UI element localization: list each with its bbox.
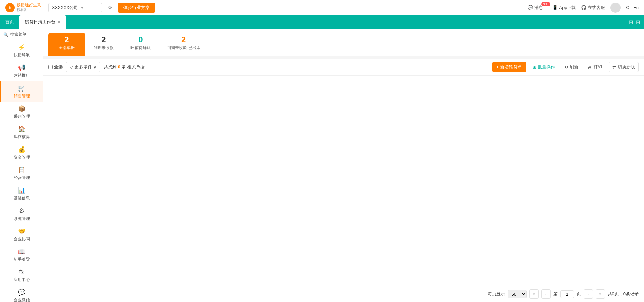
first-page-button[interactable]: «	[529, 289, 539, 299]
logo-icon: b	[5, 3, 15, 12]
avatar[interactable]	[610, 3, 621, 13]
stat-label-all: 全部单据	[59, 45, 75, 51]
online-service-label: 在线客服	[588, 5, 605, 11]
stat-tab-overdue[interactable]: 2 到期未收款	[85, 33, 122, 56]
last-page-button[interactable]: »	[596, 289, 605, 299]
sidebar-search[interactable]: 🔍 搜索菜单	[0, 29, 43, 40]
per-page-label: 每页显示	[488, 291, 505, 297]
finance-icon: 💰	[18, 146, 25, 153]
sidebar-label-sales: 销售管理	[14, 93, 30, 99]
batch-operation-button[interactable]: ⊞ 批量操作	[530, 62, 558, 72]
sidebar-item-quick-nav[interactable]: ⚡ 快捷导航	[0, 40, 43, 61]
refresh-label: 刷新	[570, 64, 578, 70]
stat-num-pending: 0	[138, 36, 143, 44]
sidebar-item-inventory[interactable]: 🏠 库存核算	[0, 122, 43, 142]
marketing-icon: 📢	[18, 64, 25, 71]
print-icon: 🖨	[588, 65, 592, 70]
search-icon: 🔍	[3, 32, 8, 37]
sidebar-item-finance[interactable]: 💰 资金管理	[0, 142, 43, 163]
username: OfTEn	[626, 5, 639, 10]
next-page-button[interactable]: ›	[584, 289, 593, 299]
sidebar-item-guide[interactable]: 📖 新手引导	[0, 245, 43, 265]
inventory-icon: 🏠	[18, 125, 25, 133]
stat-label-overdue: 到期未收款	[94, 45, 114, 51]
sidebar-item-cooperation[interactable]: 🤝 企业协同	[0, 224, 43, 245]
refresh-icon: ↻	[565, 65, 568, 70]
sidebar-item-marketing[interactable]: 📢 营销推广	[0, 61, 43, 81]
prev-page-button[interactable]: ‹	[541, 289, 551, 299]
settings-button[interactable]: ⚙	[105, 2, 115, 13]
message-button[interactable]: 💬 消息 99+	[528, 5, 547, 11]
refresh-button[interactable]: ↻ 刷新	[562, 62, 581, 72]
sidebar-label-basic-info: 基础信息	[14, 195, 30, 201]
sidebar-item-system[interactable]: ⚙ 系统管理	[0, 204, 43, 224]
sidebar-item-purchase[interactable]: 📦 采购管理	[0, 102, 43, 122]
wechat-icon: 💬	[18, 289, 25, 296]
page-suffix: 页	[577, 291, 581, 297]
select-all-input[interactable]	[48, 65, 53, 69]
cooperation-icon: 🤝	[18, 228, 25, 235]
stat-num-overdue-out: 2	[181, 36, 186, 44]
flash-icon: ⚡	[18, 44, 25, 51]
tab-bar: 首页 钱货日清工作台 ✕ ⊟ ⊞	[0, 15, 644, 29]
batch-icon: ⊞	[533, 65, 536, 70]
found-text: 共找到 0 条 相关单据	[104, 64, 145, 70]
sidebar-label-purchase: 采购管理	[14, 114, 30, 119]
page-input[interactable]	[560, 290, 574, 298]
sidebar-label-quick-nav: 快捷导航	[14, 52, 30, 58]
sidebar-item-basic-info[interactable]: 📊 基础信息	[0, 183, 43, 204]
print-button[interactable]: 🖨 打印	[585, 62, 605, 72]
table-area	[43, 76, 644, 286]
stat-tab-pending[interactable]: 0 旺辅待确认	[122, 33, 159, 56]
app-download-button[interactable]: 📱 App下载	[552, 5, 576, 11]
operation-icon: 📋	[18, 166, 25, 174]
toolbar-right: + 新增销货单 ⊞ 批量操作 ↻ 刷新 🖨 打印 ⇄ 切换新版	[492, 62, 639, 72]
company-selector[interactable]: XXXXXX公司 ▼	[48, 3, 102, 12]
stat-tab-all[interactable]: 2 全部单据	[48, 33, 85, 56]
filter-button[interactable]: ▽ 更多条件 ∨	[66, 62, 100, 72]
message-icon: 💬	[528, 5, 533, 10]
toolbar: 全选 ▽ 更多条件 ∨ 共找到 0 条 相关单据 + 新增销货单 ⊞ 批量操作	[43, 59, 644, 76]
new-order-button[interactable]: + 新增销货单	[492, 62, 526, 72]
total-info: 共0页，0条记录	[608, 291, 639, 297]
maximize-icon[interactable]: ⊞	[636, 19, 640, 25]
tab-home[interactable]: 首页	[0, 15, 19, 29]
toolbar-left: 全选 ▽ 更多条件 ∨ 共找到 0 条 相关单据	[48, 62, 145, 72]
company-dropdown-icon: ▼	[80, 6, 84, 10]
tab-home-label: 首页	[5, 19, 14, 25]
sidebar-item-sales[interactable]: 🛒 销售管理	[0, 81, 43, 102]
select-all-checkbox[interactable]: 全选	[48, 64, 63, 70]
sidebar-item-app-center[interactable]: 🛍 应用中心	[0, 265, 43, 285]
gear-icon: ⚙	[108, 4, 112, 11]
found-num: 0	[118, 64, 120, 69]
print-label: 打印	[593, 64, 602, 70]
sidebar-item-operation[interactable]: 📋 经营管理	[0, 163, 43, 183]
app-icon: 📱	[552, 5, 558, 10]
minimize-icon[interactable]: ⊟	[629, 19, 633, 25]
app-center-icon: 🛍	[19, 268, 25, 276]
switch-label: 切换新版	[618, 64, 635, 70]
filter-icon: ▽	[70, 65, 73, 70]
stat-label-overdue-out: 到期未收款 已出库	[167, 45, 200, 51]
sidebar-label-cooperation: 企业协同	[14, 236, 30, 242]
headset-icon: 🎧	[581, 5, 586, 10]
trial-button[interactable]: 体验行业方案	[118, 3, 155, 13]
page-label: 第	[553, 291, 558, 297]
switch-version-button[interactable]: ⇄ 切换新版	[609, 62, 639, 72]
company-name: XXXXXX公司	[52, 5, 78, 11]
sales-icon: 🛒	[18, 84, 25, 92]
tab-expand-buttons: ⊟ ⊞	[629, 19, 644, 25]
stat-label-pending: 旺辅待确认	[130, 45, 151, 51]
sidebar-label-operation: 经营管理	[14, 175, 30, 181]
per-page-select[interactable]: 50 100 200	[508, 290, 527, 298]
tab-close-icon[interactable]: ✕	[57, 20, 61, 24]
sidebar-item-wechat[interactable]: 💬 企业微信	[0, 285, 43, 302]
top-header: b 畅捷通好生意 标准版 XXXXXX公司 ▼ ⚙ 体验行业方案 💬 消息 99…	[0, 0, 644, 15]
purchase-icon: 📦	[18, 105, 25, 112]
logo-text: 畅捷通好生意	[17, 3, 41, 8]
sidebar-label-guide: 新手引导	[14, 257, 30, 262]
stat-tab-overdue-out[interactable]: 2 到期未收款 已出库	[159, 33, 208, 56]
tab-workspace[interactable]: 钱货日清工作台 ✕	[19, 15, 66, 29]
sidebar: 🔍 搜索菜单 ⚡ 快捷导航 📢 营销推广 🛒 销售管理 📦 采购管理 🏠 库存核…	[0, 29, 43, 302]
online-service-button[interactable]: 🎧 在线客服	[581, 5, 605, 11]
